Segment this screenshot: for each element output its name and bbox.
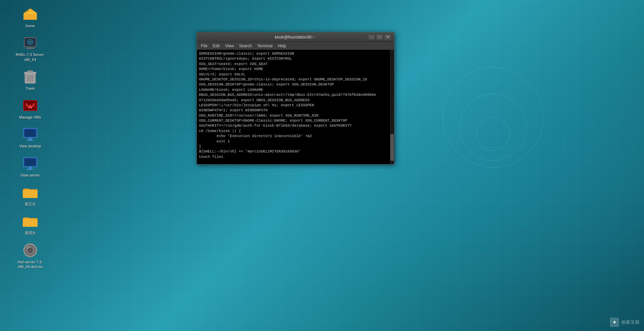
desktop-icon-area: home RHEL-7.3 Server.x86_64: [0, 0, 60, 276]
terminal-titlebar: kiosk@foundation39:~ − □ ✕: [197, 32, 394, 42]
desktop-icon-trash[interactable]: Trash: [12, 66, 49, 93]
fourth-folder-icon: [22, 213, 38, 229]
fourth-folder-icon-label: 第四次: [25, 230, 36, 235]
terminal-window: kiosk@foundation39:~ − □ ✕ File Edit Vie…: [197, 32, 394, 164]
svg-rect-10: [26, 48, 34, 49]
svg-rect-35: [23, 219, 38, 227]
terminal-menu-edit[interactable]: Edit: [210, 43, 222, 49]
view-desktop-icon: [22, 126, 38, 142]
watermark-text: 创新互联: [621, 319, 640, 325]
terminal-menu-view[interactable]: View: [222, 43, 236, 49]
svg-rect-25: [25, 130, 36, 136]
terminal-menu-file[interactable]: File: [198, 43, 210, 49]
svg-point-41: [30, 250, 31, 251]
svg-rect-3: [23, 14, 37, 20]
terminal-scrollbar-thumb[interactable]: [390, 134, 394, 161]
desktop-icon-fourth[interactable]: 第四次: [12, 210, 49, 238]
rhel-server-icon-label: RHEL-7.3 Server.x86_64: [16, 52, 45, 62]
rhel-iso-icon-label: rhel-server-7.3-x86_64-dvd.iso: [14, 260, 47, 269]
terminal-title: kiosk@foundation39:~: [222, 35, 368, 40]
terminal-close-btn[interactable]: ✕: [384, 34, 391, 40]
fifth-folder-icon: [22, 184, 38, 200]
svg-rect-34: [23, 191, 38, 198]
desktop-icon-manage-vms[interactable]: VM Manage VMs: [12, 95, 49, 122]
view-server-icon-label: View server: [20, 173, 40, 178]
desktop-icon-view-desktop[interactable]: View desktop: [12, 124, 49, 151]
home-icon-label: home: [25, 23, 35, 28]
view-desktop-icon-label: View desktop: [19, 144, 41, 148]
svg-rect-32: [29, 167, 32, 169]
manage-vms-icon: VM: [22, 97, 38, 114]
desktop-icon-fifth[interactable]: 第五次: [12, 182, 49, 209]
svg-rect-33: [27, 169, 34, 170]
view-server-icon: [22, 155, 38, 172]
terminal-minimize-btn[interactable]: −: [368, 34, 375, 40]
terminal-menu-search[interactable]: Search: [236, 43, 255, 49]
desktop-icon-rhel-iso[interactable]: rhel-server-7.3-x86_64-dvd.iso: [12, 240, 49, 272]
svg-rect-15: [28, 71, 33, 73]
terminal-menu-terminal[interactable]: Terminal: [255, 43, 275, 49]
watermark-logo: ✦: [610, 318, 619, 327]
rhel-server-icon: [22, 35, 38, 51]
svg-text:VM: VM: [29, 107, 32, 109]
svg-rect-26: [29, 138, 32, 140]
svg-point-9: [30, 42, 31, 43]
rhel-iso-icon: [22, 242, 38, 258]
manage-vms-icon-label: Manage VMs: [19, 115, 41, 120]
trash-icon: [22, 69, 38, 85]
svg-rect-27: [27, 140, 34, 141]
desktop-icon-home[interactable]: home: [12, 3, 49, 31]
terminal-scrollbar[interactable]: [390, 50, 394, 164]
terminal-menubar: File Edit View Search Terminal Help: [197, 42, 394, 50]
terminal-content[interactable]: GDMSESSION=gnome-classic; export GDMSESS…: [197, 50, 390, 164]
watermark: ✦ 创新互联: [610, 318, 640, 327]
fifth-folder-icon-label: 第五次: [25, 202, 36, 206]
desktop-icon-rhel-server[interactable]: RHEL-7.3 Server.x86_64: [12, 32, 49, 65]
terminal-maximize-btn[interactable]: □: [376, 34, 383, 40]
svg-rect-31: [25, 159, 36, 166]
desktop-icon-view-server[interactable]: View server: [12, 153, 49, 180]
terminal-controls: − □ ✕: [368, 34, 391, 40]
home-folder-icon: [22, 6, 38, 22]
terminal-body[interactable]: GDMSESSION=gnome-classic; export GDMSESS…: [197, 50, 394, 164]
terminal-menu-help[interactable]: Help: [275, 43, 289, 49]
trash-icon-label: Trash: [25, 86, 35, 91]
